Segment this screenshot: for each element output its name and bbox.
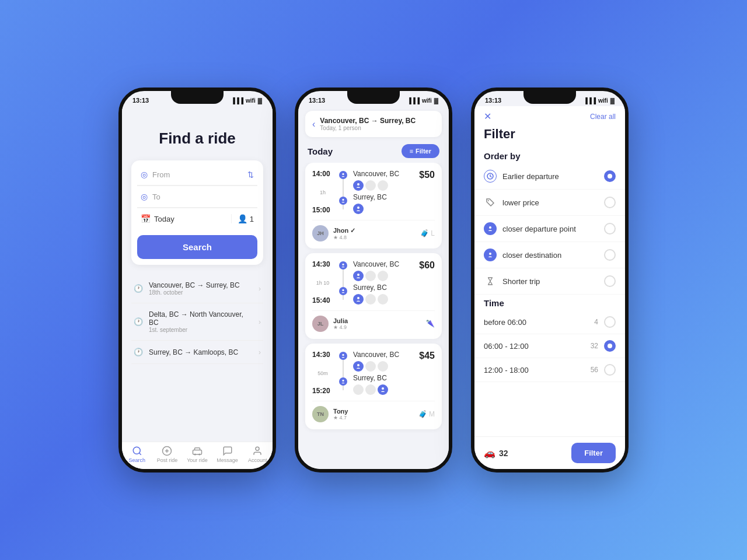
avatar-icon-4 — [355, 296, 361, 302]
passenger-count[interactable]: 1 — [250, 215, 254, 223]
search-form: ◎ From ⇅ ◎ To 📅 Today 👤 — [131, 160, 263, 265]
filter-icon: ≡ — [410, 148, 413, 155]
to-field[interactable]: To — [152, 192, 254, 201]
nav-search[interactable]: Search — [122, 446, 152, 463]
filter-button[interactable]: ≡ Filter — [402, 144, 439, 158]
ride-card-2[interactable]: 14:30 1h 10 15:40 — [305, 253, 442, 339]
radio-closer-destination[interactable] — [604, 249, 616, 261]
notch-1 — [171, 91, 224, 104]
list-item[interactable]: 🕐 Vancouver, BC → Surrey, BC 18th. octob… — [131, 274, 263, 303]
post-ride-icon — [162, 446, 172, 456]
luggage-icon-3: 🧳 M — [418, 410, 435, 418]
radio-6-12[interactable] — [604, 340, 616, 352]
nav-post-label: Post ride — [157, 457, 178, 463]
date-field[interactable]: Today — [154, 215, 226, 223]
avatar-filled-6 — [378, 384, 388, 395]
page-title: Find a ride — [131, 130, 263, 148]
tag-icon — [485, 197, 495, 208]
clock-icon-3: 🕐 — [134, 348, 143, 356]
wifi-icon: wifi — [246, 97, 256, 104]
depart-time-2: 14:30 — [312, 260, 333, 268]
driver-avatar-2: JL — [312, 316, 329, 332]
svg-point-8 — [357, 183, 359, 186]
clock-filter-icon — [487, 173, 494, 180]
from-city-2: Vancouver, BC — [353, 260, 414, 268]
to-city-3: Surrey, BC — [353, 374, 414, 382]
from-city-1: Vancouver, BC — [353, 170, 414, 178]
svg-point-5 — [256, 447, 259, 450]
svg-point-4 — [199, 454, 200, 455]
nav-post-ride[interactable]: Post ride — [152, 446, 183, 463]
time-count-2: 32 — [591, 342, 598, 350]
list-item[interactable]: 🕐 Delta, BC → North Vancouver, BC 1st. s… — [131, 303, 263, 341]
nav-search-label: Search — [129, 457, 146, 463]
ride-2-dep: 14:30 — [312, 260, 333, 268]
time-label-2: 06:00 - 12:00 — [484, 342, 591, 351]
ride-card-3[interactable]: 14:30 50m 15:20 — [305, 344, 442, 429]
search-nav-icon — [132, 446, 142, 456]
phone-1: 13:13 ▐▐▐ wifi ▓ Find a ride ◎ From ⇅ ◎ … — [118, 88, 276, 473]
filter-option-closer-destination[interactable]: closer destination — [474, 242, 625, 268]
arrive-row-2: 15:40 — [312, 296, 333, 304]
nav-your-ride[interactable]: Your ride — [182, 446, 212, 463]
to-input-row[interactable]: ◎ To — [137, 186, 257, 208]
radio-12-18[interactable] — [604, 364, 616, 376]
avatars-dest-1 — [353, 204, 414, 214]
radio-shorter-trip[interactable] — [604, 275, 616, 287]
date-part[interactable]: 📅 Today — [141, 214, 226, 223]
filter-option-shorter-trip[interactable]: Shorter trip — [474, 268, 625, 295]
time-3: 13:13 — [485, 97, 501, 104]
radio-earlier-departure[interactable] — [604, 170, 616, 182]
filter-option-earlier-departure[interactable]: Earlier departure — [474, 163, 625, 190]
hourglass-icon — [486, 276, 495, 286]
avatar-filled-5 — [353, 361, 364, 372]
driver-name-1: Jhon ✓ — [333, 227, 355, 235]
time-option-12-18[interactable]: 12:00 - 18:00 56 — [474, 358, 625, 382]
from-input-row[interactable]: ◎ From ⇅ — [137, 164, 257, 186]
nav-account[interactable]: Account — [242, 446, 273, 463]
apply-filter-button[interactable]: Filter — [571, 443, 616, 463]
search-button[interactable]: Search — [137, 235, 257, 259]
avatar-empty-6 — [378, 294, 388, 304]
list-item[interactable]: 🕐 Surrey, BC → Kamloops, BC › — [131, 341, 263, 364]
radio-before-6[interactable] — [604, 316, 616, 328]
route-title: Vancouver, BC → Surrey, BC — [320, 117, 435, 125]
ride-cities-1: Vancouver, BC Surrey, BC — [353, 170, 414, 214]
radio-lower-price[interactable] — [604, 197, 616, 208]
from-city-3: Vancouver, BC — [353, 351, 414, 359]
avatar-filled-3 — [353, 271, 364, 281]
clear-all-button[interactable]: Clear all — [590, 113, 616, 121]
time-option-before-6[interactable]: before 06:00 4 — [474, 310, 625, 334]
avatar-filled-4 — [353, 294, 364, 304]
avatar-empty-1 — [365, 180, 376, 191]
closer-departure-icon — [484, 222, 497, 235]
filter-option-closer-departure[interactable]: closer departure point — [474, 216, 625, 242]
avatar-empty-5 — [365, 294, 376, 304]
filter-footer: 🚗 32 Filter — [474, 436, 625, 469]
recent-title-1: Vancouver, BC → Surrey, BC — [149, 281, 253, 289]
route-header: ‹ Vancouver, BC → Surrey, BC Today, 1 pe… — [305, 111, 442, 137]
filter-title: Filter — [474, 124, 625, 148]
ride-count: 32 — [499, 449, 508, 458]
time-2: 13:13 — [309, 97, 325, 104]
avatar-empty-7 — [365, 361, 376, 372]
filter-option-lower-price[interactable]: lower price — [474, 190, 625, 216]
close-button[interactable]: ✕ — [484, 111, 491, 122]
depart-time-3: 14:30 — [312, 351, 333, 359]
from-field[interactable]: From — [152, 170, 243, 179]
avatars-dest-3 — [353, 384, 414, 395]
origin-dot-2 — [339, 261, 347, 270]
swap-icon[interactable]: ⇅ — [247, 170, 254, 179]
ride-card-1[interactable]: 14:00 1h 15:00 — [305, 163, 442, 249]
nav-message-label: Message — [217, 457, 238, 463]
screen-1: Find a ride ◎ From ⇅ ◎ To 📅 Today — [122, 106, 273, 469]
radio-closer-departure[interactable] — [604, 223, 616, 235]
passenger-part[interactable]: 👤 1 — [231, 214, 254, 223]
back-button[interactable]: ‹ — [312, 119, 315, 130]
ride-times-1: 14:00 1h 15:00 — [312, 170, 333, 214]
avatars-dest-2 — [353, 294, 414, 304]
time-option-6-12[interactable]: 06:00 - 12:00 32 — [474, 334, 625, 358]
recent-text-3: Surrey, BC → Kamloops, BC — [149, 348, 253, 356]
nav-message[interactable]: Message — [212, 446, 243, 463]
date-filter-row: Today ≡ Filter — [298, 142, 449, 163]
